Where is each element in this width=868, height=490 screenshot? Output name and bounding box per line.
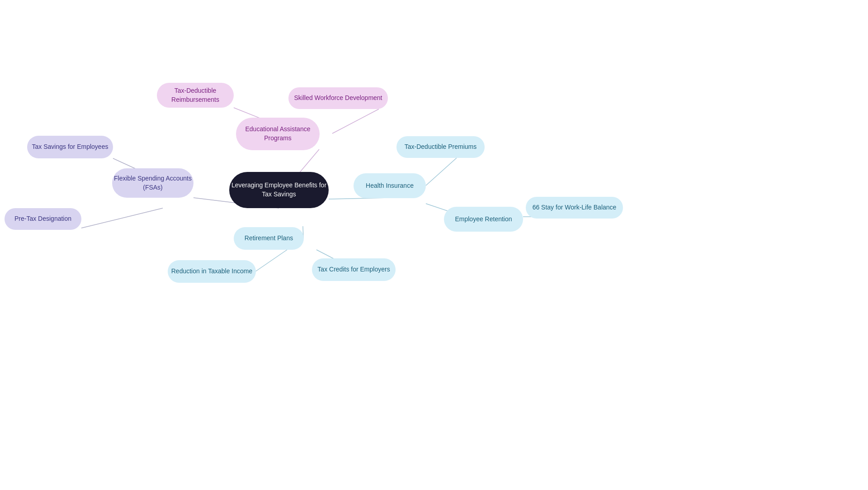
work-life-balance-label: 66 Stay for Work-Life Balance [531, 203, 618, 212]
retirement-plans-node[interactable]: Retirement Plans [234, 227, 304, 250]
health-insurance-label: Health Insurance [364, 181, 415, 190]
pre-tax-label: Pre-Tax Designation [13, 214, 73, 224]
fsa-node-label: Flexible Spending Accounts (FSAs) [112, 174, 193, 192]
skilled-workforce-node[interactable]: Skilled Workforce Development [288, 87, 388, 109]
svg-line-11 [255, 250, 287, 271]
tax-deductible-premiums-node[interactable]: Tax-Deductible Premiums [396, 136, 485, 158]
work-life-balance-node[interactable]: 66 Stay for Work-Life Balance [526, 197, 623, 219]
svg-line-8 [426, 158, 457, 186]
svg-line-7 [332, 109, 379, 133]
tax-credits-employers-label: Tax Credits for Employers [316, 265, 392, 274]
fsa-node[interactable]: Flexible Spending Accounts (FSAs) [112, 168, 193, 198]
educational-assistance-label: Educational Assistance Programs [236, 125, 320, 143]
tax-savings-employees-label: Tax Savings for Employees [30, 143, 110, 152]
retirement-plans-label: Retirement Plans [243, 234, 295, 243]
pre-tax-node[interactable]: Pre-Tax Designation [5, 208, 81, 230]
tax-savings-employees-node[interactable]: Tax Savings for Employees [27, 136, 113, 158]
educational-assistance-node[interactable]: Educational Assistance Programs [236, 118, 320, 150]
skilled-workforce-label: Skilled Workforce Development [292, 94, 384, 103]
reduction-taxable-income-label: Reduction in Taxable Income [170, 267, 255, 276]
tax-deductible-reimbursements-node[interactable]: Tax-Deductible Reimbursements [157, 83, 234, 108]
center-node[interactable]: Leveraging Employee Benefits for Tax Sav… [229, 172, 329, 208]
tax-deductible-reimbursements-label: Tax-Deductible Reimbursements [157, 86, 234, 104]
tax-deductible-premiums-label: Tax-Deductible Premiums [403, 143, 479, 152]
reduction-taxable-income-node[interactable]: Reduction in Taxable Income [168, 260, 256, 283]
tax-credits-employers-node[interactable]: Tax Credits for Employers [312, 258, 396, 281]
health-insurance-node[interactable]: Health Insurance [354, 173, 426, 198]
employee-retention-node[interactable]: Employee Retention [444, 207, 523, 232]
svg-line-5 [81, 208, 163, 228]
center-node-label: Leveraging Employee Benefits for Tax Sav… [229, 181, 329, 199]
employee-retention-label: Employee Retention [453, 215, 514, 224]
